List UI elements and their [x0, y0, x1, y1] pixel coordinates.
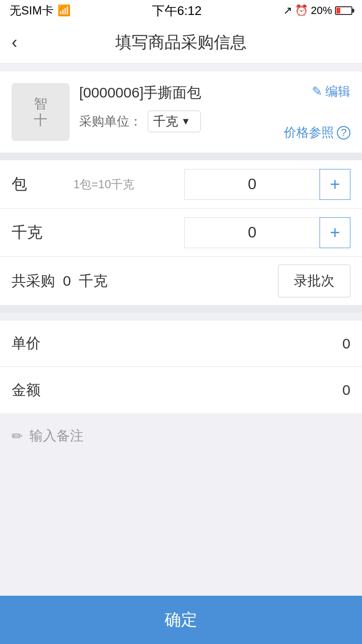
summary-amount: 0	[63, 273, 71, 289]
battery-percent: 20%	[311, 4, 332, 17]
amount-label: 金额	[12, 380, 41, 400]
edit-icon: ✎	[312, 84, 322, 99]
bag-sublabel: 1包=10千克	[73, 177, 134, 192]
bag-input[interactable]	[184, 169, 320, 200]
kg-plus-button[interactable]: +	[320, 217, 350, 248]
nav-bar: ‹ 填写商品采购信息	[0, 21, 362, 64]
help-icon: ?	[337, 126, 350, 140]
bag-label: 包	[12, 174, 70, 195]
bag-plus-button[interactable]: +	[320, 169, 350, 200]
time-label: 下午6:12	[152, 2, 202, 19]
product-card: 智 十 [0000006]手撕面包 采购单位： 千克 ▼ ✎ 编辑 价格参照 ?	[0, 71, 362, 153]
kg-label: 千克	[12, 222, 70, 243]
wifi-icon: 📶	[57, 4, 70, 17]
summary-row: 共采购 0 千克 录批次	[0, 257, 362, 305]
batch-button[interactable]: 录批次	[278, 265, 350, 297]
bag-input-row: 包 1包=10千克 +	[0, 160, 362, 209]
notes-section[interactable]: ✏ 输入备注	[0, 413, 362, 459]
section-divider-2	[0, 305, 362, 313]
status-bar: 无SIM卡 📶 下午6:12 ↗ ⏰ 20%	[0, 0, 362, 21]
kg-input[interactable]	[184, 217, 320, 248]
unit-price-row: 单价 0	[0, 321, 362, 367]
edit-button[interactable]: ✎ 编辑	[312, 83, 350, 100]
unit-price-label: 单价	[12, 334, 41, 353]
detail-section: 单价 0 金额 0	[0, 321, 362, 413]
back-button[interactable]: ‹	[12, 32, 17, 53]
unit-value: 千克	[153, 113, 178, 130]
kg-field-wrapper: +	[70, 217, 350, 248]
status-left: 无SIM卡 📶	[10, 3, 70, 18]
battery-icon	[335, 6, 352, 15]
status-right: ↗ ⏰ 20%	[283, 4, 352, 17]
carrier-label: 无SIM卡	[10, 3, 54, 18]
unit-label: 采购单位：	[79, 113, 142, 130]
dropdown-arrow-icon: ▼	[181, 116, 191, 127]
product-name: [0000006]手撕面包	[79, 83, 350, 103]
page-title: 填写商品采购信息	[115, 31, 247, 54]
kg-input-row: 千克 +	[0, 209, 362, 257]
amount-row: 金额 0	[0, 367, 362, 413]
price-ref-button[interactable]: 价格参照 ?	[284, 124, 350, 141]
confirm-label: 确定	[165, 609, 197, 631]
bag-field-wrapper: +	[134, 169, 350, 200]
location-icon: ↗	[283, 4, 292, 17]
alarm-icon: ⏰	[295, 4, 308, 17]
product-logo: 智 十	[34, 96, 47, 128]
section-divider-1	[0, 153, 362, 160]
amount-value: 0	[342, 382, 350, 398]
unit-price-value: 0	[342, 336, 350, 352]
pencil-icon: ✏	[12, 428, 23, 444]
input-section: 包 1包=10千克 + 千克 + 共采购 0 千克 录批次	[0, 160, 362, 305]
bottom-spacer	[0, 459, 362, 555]
confirm-button[interactable]: 确定	[0, 596, 362, 644]
product-image: 智 十	[12, 83, 70, 141]
summary-text: 共采购 0 千克	[12, 271, 108, 291]
unit-select[interactable]: 千克 ▼	[148, 111, 201, 132]
notes-placeholder: 输入备注	[29, 427, 84, 445]
